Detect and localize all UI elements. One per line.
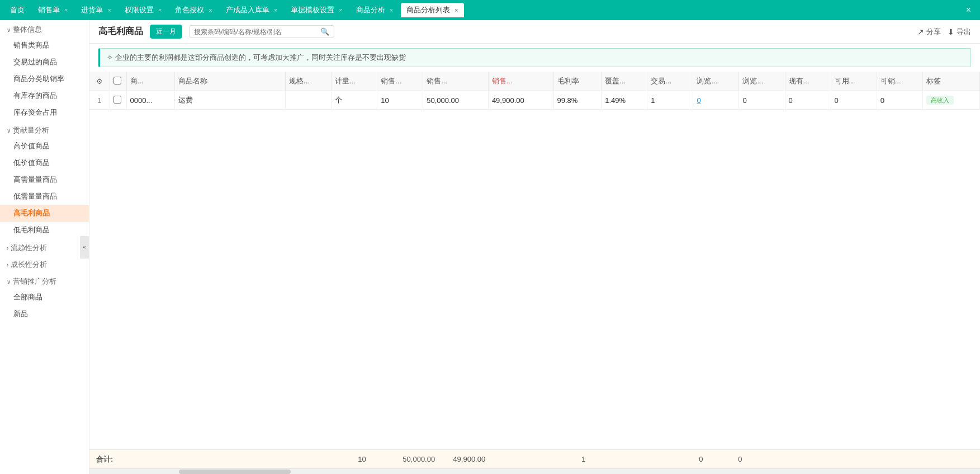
row-available: 0 <box>831 91 877 110</box>
filter-recent-month-button[interactable]: 近一月 <box>150 25 182 39</box>
col-browse2[interactable]: 浏览... <box>739 72 785 91</box>
col-code[interactable]: 商... <box>126 72 175 91</box>
sidebar-item-high-margin[interactable]: 高毛利商品 <box>0 205 89 222</box>
main-layout: « ∨ 整体信息 销售类商品 交易过的商品 商品分类助销率 有库存的商品 库存资… <box>0 20 980 474</box>
growth-arrow-icon: › <box>7 262 8 268</box>
close-purchase-tab[interactable]: × <box>107 7 111 13</box>
row-current-stock: 0 <box>785 91 831 110</box>
row-transaction: 1 <box>647 91 693 110</box>
nav-item-products-in[interactable]: 产成品入库单 × <box>220 3 283 17</box>
sidebar-section-trend[interactable]: › 流趋性分析 <box>0 238 89 255</box>
nav-item-template[interactable]: 单据模板设置 × <box>285 3 348 17</box>
row-sales-profit: 49,900.00 <box>488 91 553 110</box>
select-all-checkbox[interactable] <box>113 77 121 85</box>
total-transaction: 1 <box>581 455 621 463</box>
col-coverage[interactable]: 覆盖... <box>602 72 647 91</box>
col-spec[interactable]: 规格... <box>286 72 332 91</box>
close-analysis-tab[interactable]: × <box>390 7 393 13</box>
row-sales-amt: 50,000.00 <box>423 91 489 110</box>
close-productsin-tab[interactable]: × <box>274 7 277 13</box>
sidebar-section-growth[interactable]: › 成长性分析 <box>0 255 89 272</box>
row-checkbox[interactable] <box>110 91 126 110</box>
content-header: 高毛利商品 近一月 🔍 ↗ 分享 ⬇ 导出 <box>89 20 980 44</box>
sidebar-item-sales-goods[interactable]: 销售类商品 <box>0 37 89 54</box>
col-sales-qty[interactable]: 销售... <box>377 72 423 91</box>
sidebar-item-all-goods[interactable]: 全部商品 <box>0 289 89 306</box>
close-permissions-tab[interactable]: × <box>158 7 162 13</box>
sidebar-section-wealth[interactable]: ∨ 贡献量分析 <box>0 121 89 138</box>
nav-item-analysis-list[interactable]: 商品分析列表 × <box>401 3 463 17</box>
close-template-tab[interactable]: × <box>339 7 342 13</box>
nav-item-purchase[interactable]: 进货单 × <box>75 3 116 17</box>
search-input[interactable] <box>194 28 317 36</box>
sidebar-item-traded-goods[interactable]: 交易过的商品 <box>0 54 89 71</box>
overview-arrow-icon: ∨ <box>7 27 11 33</box>
sidebar-item-low-margin[interactable]: 低毛利商品 <box>0 222 89 238</box>
col-checkbox <box>110 72 126 91</box>
col-unit[interactable]: 计量... <box>332 72 377 91</box>
wealth-arrow-icon: ∨ <box>7 128 11 134</box>
sidebar-item-goods-contribution[interactable]: 商品分类助销率 <box>0 71 89 87</box>
total-sales-amt: 50,000.00 <box>403 455 453 463</box>
total-label: 合计: <box>96 454 113 464</box>
scroll-thumb[interactable] <box>179 470 291 474</box>
close-roles-tab[interactable]: × <box>209 7 212 13</box>
trend-arrow-icon: › <box>7 245 8 251</box>
total-sales-profit: 49,900.00 <box>453 455 503 463</box>
col-sales-profit[interactable]: 销售... <box>488 72 553 91</box>
total-current-stock: 0 <box>699 455 738 463</box>
sidebar-item-stock-capital[interactable]: 库存资金占用 <box>0 104 89 121</box>
close-sales-tab[interactable]: × <box>64 7 68 13</box>
nav-item-permissions[interactable]: 权限设置 × <box>119 3 167 17</box>
row-saleable: 0 <box>877 91 922 110</box>
col-saleable[interactable]: 可销... <box>877 72 922 91</box>
sidebar-item-low-demand[interactable]: 低需量量商品 <box>0 188 89 205</box>
row-unit: 个 <box>332 91 377 110</box>
nav-item-analysis[interactable]: 商品分析 × <box>351 3 399 17</box>
page-title: 高毛利商品 <box>98 26 143 37</box>
sidebar-item-new-goods[interactable]: 新品 <box>0 306 89 322</box>
row-tag: 高收入 <box>922 91 979 110</box>
row-spec <box>286 91 332 110</box>
nav-item-sales[interactable]: 销售单 × <box>32 3 73 17</box>
col-sales-amt[interactable]: 销售... <box>423 72 489 91</box>
row-coverage: 1.49% <box>602 91 647 110</box>
col-settings[interactable]: ⚙ <box>89 72 110 91</box>
marketing-arrow-icon: ∨ <box>7 279 11 285</box>
table-container: ⚙ 商... 商品名称 规格... 计量... 销售... 销售... 销售..… <box>89 72 980 449</box>
sidebar-collapse-button[interactable]: « <box>80 236 89 259</box>
table-row: 1 0000... 运费 个 10 50,000.00 49,900.00 99… <box>89 91 980 110</box>
row-code: 0000... <box>126 91 175 110</box>
sidebar-item-high-demand[interactable]: 高需量量商品 <box>0 171 89 188</box>
sidebar-section-overview[interactable]: ∨ 整体信息 <box>0 20 89 37</box>
sidebar-item-in-stock-goods[interactable]: 有库存的商品 <box>0 87 89 104</box>
col-margin-rate[interactable]: 毛利率 <box>553 72 602 91</box>
col-current-stock[interactable]: 现有... <box>785 72 831 91</box>
sidebar: « ∨ 整体信息 销售类商品 交易过的商品 商品分类助销率 有库存的商品 库存资… <box>0 20 89 474</box>
row-browse1[interactable]: 0 <box>693 91 739 110</box>
footer-total: 合计: 10 50,000.00 49,900.00 1 0 0 <box>89 449 980 468</box>
close-app-button[interactable]: × <box>962 5 976 15</box>
nav-item-roles[interactable]: 角色授权 × <box>169 3 217 17</box>
row-name: 运费 <box>175 91 286 110</box>
export-button[interactable]: ⬇ 导出 <box>948 27 971 37</box>
nav-item-home[interactable]: 首页 <box>4 3 30 17</box>
total-sales-qty: 10 <box>358 455 403 463</box>
sidebar-item-high-value[interactable]: 高价值商品 <box>0 138 89 154</box>
col-browse1[interactable]: 浏览... <box>693 72 739 91</box>
col-tag[interactable]: 标签 <box>922 72 979 91</box>
share-icon: ↗ <box>917 27 924 36</box>
col-available[interactable]: 可用... <box>831 72 877 91</box>
search-icon[interactable]: 🔍 <box>320 27 329 36</box>
sidebar-section-marketing[interactable]: ∨ 营销推广分析 <box>0 272 89 289</box>
share-button[interactable]: ↗ 分享 <box>917 27 941 37</box>
col-name[interactable]: 商品名称 <box>175 72 286 91</box>
data-table: ⚙ 商... 商品名称 规格... 计量... 销售... 销售... 销售..… <box>89 72 980 110</box>
sidebar-item-low-value[interactable]: 低价值商品 <box>0 154 89 171</box>
header-actions: ↗ 分享 ⬇ 导出 <box>917 27 971 37</box>
content-area: 高毛利商品 近一月 🔍 ↗ 分享 ⬇ 导出 ✧ 企业的主要的利润都是这部分商品创… <box>89 20 980 474</box>
close-analysis-list-tab[interactable]: × <box>455 7 458 13</box>
bottom-scrollbar[interactable] <box>89 468 980 474</box>
row-margin-rate: 99.8% <box>553 91 602 110</box>
col-transaction[interactable]: 交易... <box>647 72 693 91</box>
